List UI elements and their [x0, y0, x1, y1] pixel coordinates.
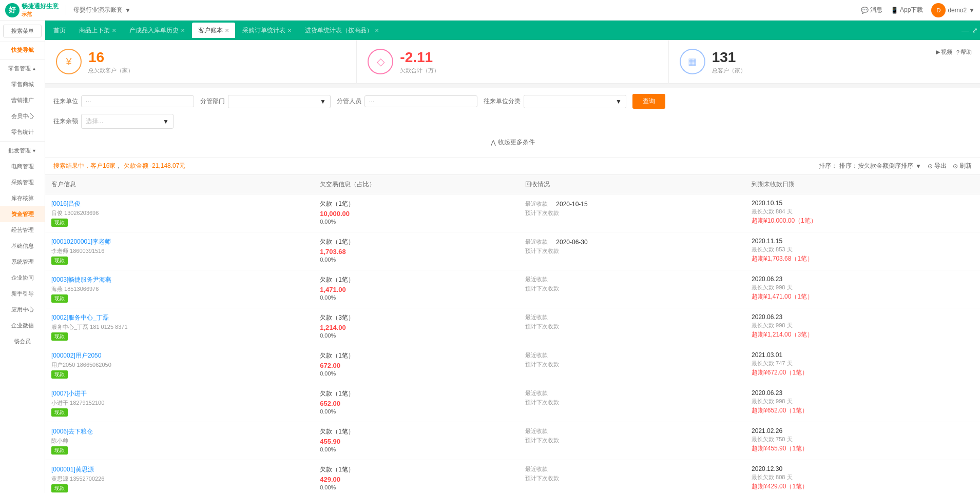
- overdue-amount-2[interactable]: 超期¥1,471.00（1笔）: [752, 292, 974, 301]
- main-layout: 搜索菜单 快捷导航 零售管理 ▲ 零售商城 营销推广 会员中心 零售统计 批发管…: [0, 21, 980, 493]
- overdue-amount-3[interactable]: 超期¥1,214.00（3笔）: [752, 330, 974, 339]
- search-button[interactable]: 查询: [632, 94, 665, 109]
- collection-next-2: 预计下次收款: [525, 285, 739, 292]
- sidebar-item-retail-mall[interactable]: 零售商城: [0, 76, 45, 92]
- filter-select-category[interactable]: ▼: [524, 95, 626, 108]
- sidebar-item-inventory[interactable]: 库存核算: [0, 190, 45, 206]
- sidebar-item-guide[interactable]: 新手引导: [0, 286, 45, 302]
- table-row: [000002]用户2050 用户2050 18665062050 现款 欠款（…: [45, 346, 980, 384]
- app-download-btn[interactable]: 📱 App下载: [891, 6, 923, 14]
- collection-row-7: 最近收款: [525, 465, 739, 473]
- debt-amount-5: 652.00: [320, 400, 513, 407]
- customer-name-link-7[interactable]: [000001]黄思源: [51, 465, 308, 474]
- user-menu[interactable]: D demo2 ▼: [931, 3, 975, 17]
- refresh-btn[interactable]: ⊙ 刷新: [953, 162, 972, 170]
- collection-next-0: 预计下次收款: [525, 209, 739, 217]
- tab-maximize-btn[interactable]: ⤢: [972, 26, 978, 34]
- collapse-btn[interactable]: ⋀ 收起更多条件: [491, 136, 535, 149]
- overdue-amount-4[interactable]: 超期¥672.00（1笔）: [752, 368, 974, 377]
- sidebar-item-retail-mgmt[interactable]: 零售管理 ▲: [0, 61, 45, 76]
- td-overdue-6: 2021.02.26 最长欠款 750 天 超期¥455.90（1笔）: [745, 422, 980, 460]
- filter-select-balance[interactable]: 选择... ▼: [81, 114, 174, 129]
- filter-select-dept[interactable]: ▼: [228, 95, 331, 108]
- tab-close-product-history[interactable]: ✕: [181, 28, 185, 33]
- customer-name-link-5[interactable]: [0007]小进干: [51, 389, 308, 398]
- collection-date-0: 2020-10-15: [556, 201, 587, 208]
- video-btn[interactable]: ▶ 视频: [936, 48, 952, 56]
- customer-name-link-6[interactable]: [0006]去下粮仓: [51, 427, 308, 436]
- sidebar-item-apps[interactable]: 应用中心: [0, 302, 45, 318]
- top-bar-left: 好 畅捷通好生意 示范 母婴行业演示账套 ▼: [5, 2, 131, 18]
- stat-info-debt: 16 总欠款客户（家）: [88, 49, 346, 74]
- debt-percent-1: 0.00%: [320, 257, 513, 263]
- collection-row-3: 最近收款: [525, 313, 739, 321]
- overdue-days-3: 最长欠款 998 天: [752, 322, 974, 329]
- overdue-amount-6[interactable]: 超期¥455.90（1笔）: [752, 444, 974, 453]
- sidebar-item-ops[interactable]: 经营管理: [0, 222, 45, 238]
- overdue-amount-0[interactable]: 超期¥10,000.00（1笔）: [752, 216, 974, 225]
- customer-name-link-4[interactable]: [000002]用户2050: [51, 351, 308, 360]
- table-row: [00010200001]李老师 李老师 18600391516 现款 欠款（1…: [45, 232, 980, 270]
- company-select[interactable]: 母婴行业演示账套 ▼: [73, 6, 131, 14]
- stat-label-total-customers: 总客户（家）: [712, 67, 970, 74]
- debt-amount-6: 455.90: [320, 438, 513, 445]
- td-customer-3: [0002]服务中心_丁磊 服务中心_丁磊 181 0125 8371 现款: [45, 308, 314, 346]
- export-btn[interactable]: ⊙ 导出: [928, 162, 947, 170]
- overdue-date-4: 2021.03.01: [752, 351, 974, 359]
- sidebar-item-wechat[interactable]: 企业微信: [0, 318, 45, 333]
- chevron-up-icon: ⋀: [491, 139, 496, 146]
- filter-item-supplier: 往来单位 ···: [53, 95, 194, 107]
- sidebar-item-vip[interactable]: 畅会员: [0, 333, 45, 349]
- message-btn[interactable]: 💬 消息: [861, 6, 882, 14]
- filter-label-balance: 往来余额: [53, 117, 78, 126]
- stat-value-debt-amount: -2.11: [400, 49, 658, 66]
- sidebar-item-member[interactable]: 会员中心: [0, 108, 45, 124]
- collection-label-2: 最近收款: [525, 275, 548, 283]
- sidebar-item-purchase[interactable]: 采购管理: [0, 174, 45, 190]
- sidebar-item-nav[interactable]: 快捷导航: [0, 42, 45, 58]
- collection-row-4: 最近收款: [525, 351, 739, 359]
- overdue-amount-1[interactable]: 超期¥1,703.68（1笔）: [752, 254, 974, 263]
- tab-close-inbound-stats[interactable]: ✕: [375, 28, 379, 33]
- overdue-date-2: 2020.06.23: [752, 275, 974, 283]
- tab-inbound-stats[interactable]: 进货单统计表（按商品） ✕: [299, 23, 385, 38]
- tab-minimize-btn[interactable]: —: [962, 26, 969, 34]
- customer-name-link-1[interactable]: [00010200001]李老师: [51, 238, 308, 246]
- search-menu-btn[interactable]: 搜索菜单: [3, 25, 42, 37]
- tab-close-customer-account[interactable]: ✕: [225, 28, 229, 33]
- collection-label-1: 最近收款: [525, 238, 548, 246]
- tab-customer-account[interactable]: 客户账本 ✕: [192, 23, 235, 38]
- sidebar-item-ecommerce[interactable]: 电商管理: [0, 159, 45, 174]
- overdue-amount-5[interactable]: 超期¥652.00（1笔）: [752, 406, 974, 415]
- customer-name-link-3[interactable]: [0002]服务中心_丁磊: [51, 313, 308, 322]
- status-badge-0: 现款: [51, 219, 68, 227]
- customer-name-link-0[interactable]: [0016]吕俊: [51, 200, 308, 208]
- sidebar-item-finance[interactable]: 资金管理: [0, 206, 45, 222]
- customer-name-link-2[interactable]: [0003]畅捷服务尹海燕: [51, 275, 308, 284]
- status-badge-2: 现款: [51, 294, 68, 303]
- status-badge-1: 现款: [51, 257, 68, 265]
- help-btn[interactable]: ? 帮助: [956, 48, 972, 56]
- sidebar-item-system[interactable]: 系统管理: [0, 254, 45, 270]
- filter-input-supplier[interactable]: ···: [81, 95, 194, 107]
- sidebar-item-retail-stats[interactable]: 零售统计: [0, 124, 45, 140]
- overdue-amount-7[interactable]: 超期¥429.00（1笔）: [752, 482, 974, 491]
- tab-product-status[interactable]: 商品上下架 ✕: [73, 23, 122, 38]
- debt-percent-4: 0.00%: [320, 370, 513, 377]
- sidebar-item-batch-mgmt[interactable]: 批发管理 ▼: [0, 143, 45, 159]
- sidebar-item-marketing[interactable]: 营销推广: [0, 92, 45, 108]
- td-overdue-7: 2020.12.30 最长欠款 808 天 超期¥429.00（1笔）: [745, 460, 980, 494]
- tab-home[interactable]: 首页: [47, 23, 72, 38]
- tab-close-product-status[interactable]: ✕: [112, 28, 116, 33]
- sidebar-item-corp[interactable]: 企业协同: [0, 270, 45, 286]
- filter-item-dept: 分管部门 ▼: [200, 95, 331, 108]
- debt-count-1: 欠款（1笔）: [320, 238, 513, 246]
- sidebar-item-basic[interactable]: 基础信息: [0, 238, 45, 254]
- filter-input-person[interactable]: ···: [364, 95, 477, 107]
- debt-count-0: 欠款（1笔）: [320, 200, 513, 208]
- stat-value-total-customers: 131: [712, 49, 970, 66]
- tab-purchase-order[interactable]: 采购订单统计表 ✕: [236, 23, 298, 38]
- tab-product-history[interactable]: 产成品入库单历史 ✕: [123, 23, 191, 38]
- sort-select[interactable]: 排序： 排序：按欠款金额倒序排序 ▼: [819, 162, 921, 170]
- tab-close-purchase-order[interactable]: ✕: [287, 28, 292, 33]
